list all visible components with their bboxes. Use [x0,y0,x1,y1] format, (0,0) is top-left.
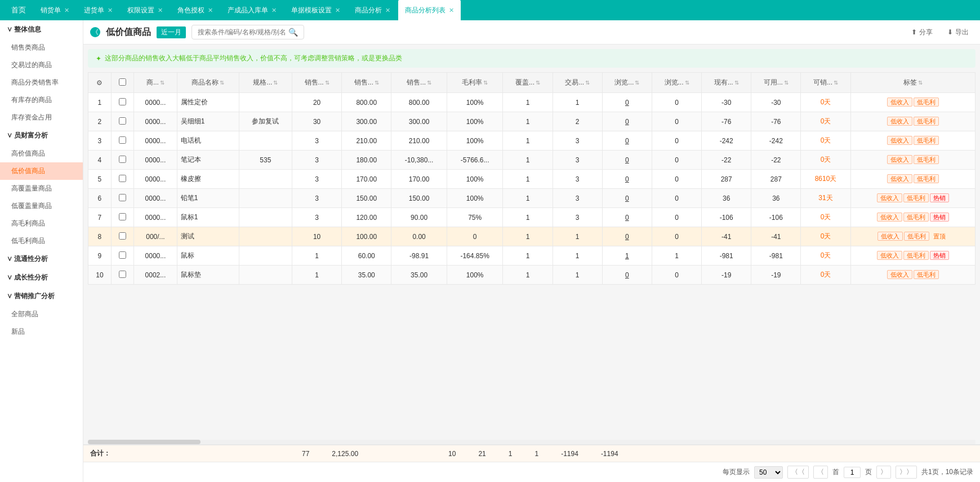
share-button[interactable]: ⬆ 分享 [907,25,937,39]
sidebar-group-growth[interactable]: ∨ 成长性分析 [0,268,83,287]
col-spec[interactable]: 规格...⇅ [239,73,292,93]
cell-views1[interactable]: 0 [602,131,652,151]
nav-permissions[interactable]: 权限设置 ✕ [121,0,170,20]
sidebar-item-stocked-products[interactable]: 有库存的商品 [0,91,83,109]
col-views1[interactable]: 浏览...⇅ [602,73,652,93]
collapse-sidebar-button[interactable]: 《 [90,27,100,37]
cell-checkbox[interactable] [111,170,133,189]
col-transaction[interactable]: 交易...⇅ [553,73,602,93]
per-page-select[interactable]: 50 100 200 [754,466,783,479]
sidebar-item-all-products[interactable]: 全部商品 [0,306,83,323]
col-tags[interactable]: 标签⇅ [850,73,975,93]
col-code[interactable]: 商...⇅ [133,73,177,93]
col-current[interactable]: 现有...⇅ [702,73,751,93]
cell-checkbox[interactable] [111,93,133,112]
cell-checkbox[interactable] [111,189,133,208]
col-qty[interactable]: 销售...⇅ [292,73,342,93]
table-row[interactable]: 1 0000... 属性定价 20 800.00 800.00 100% 1 1… [88,93,975,112]
cell-checkbox[interactable] [111,151,133,170]
col-saleable[interactable]: 可销...⇅ [801,73,850,93]
row-checkbox[interactable] [119,98,126,105]
table-row[interactable]: 3 0000... 电话机 3 210.00 210.00 100% 1 3 0… [88,131,975,151]
sidebar-item-low-margin[interactable]: 低毛利商品 [0,232,83,250]
page-input[interactable] [844,467,861,478]
close-icon[interactable]: ✕ [64,7,69,14]
sidebar-item-category-sales[interactable]: 商品分类销售率 [0,74,83,91]
row-checkbox[interactable] [119,232,126,240]
nav-home[interactable]: 首页 [5,0,33,20]
search-input[interactable] [198,28,285,36]
row-checkbox[interactable] [119,213,126,220]
row-checkbox[interactable] [119,194,126,201]
close-icon[interactable]: ✕ [271,7,277,14]
table-row[interactable]: 2 0000... 吴细细1 参加复试 30 300.00 300.00 100… [88,112,975,131]
sidebar-item-low-value[interactable]: 低价值商品 [0,162,83,180]
scrollbar-thumb[interactable] [88,440,201,444]
sidebar-group-overall[interactable]: ∨ 整体信息 [0,20,83,39]
cell-views1[interactable]: 0 [602,151,652,170]
col-settings[interactable]: ⚙ [88,73,112,93]
cell-checkbox[interactable] [111,227,133,246]
sidebar-item-new-products[interactable]: 新品 [0,323,83,341]
nav-template[interactable]: 单据模板设置 ✕ [284,0,347,20]
row-checkbox[interactable] [119,136,126,144]
sidebar-item-traded-products[interactable]: 交易过的商品 [0,56,83,74]
nav-product-inbound[interactable]: 产成品入库单 ✕ [221,0,283,20]
col-name[interactable]: 商品名称⇅ [177,73,239,93]
col-coverage[interactable]: 覆盖...⇅ [503,73,553,93]
col-views2[interactable]: 浏览...⇅ [652,73,701,93]
close-icon[interactable]: ✕ [208,7,213,14]
first-page-button[interactable]: 〈〈 [787,466,809,479]
period-badge[interactable]: 近一月 [157,26,186,38]
sidebar-item-high-coverage[interactable]: 高覆盖量商品 [0,180,83,197]
nav-product-analysis-list[interactable]: 商品分析列表 ✕ [398,0,461,20]
row-checkbox[interactable] [119,117,126,125]
close-icon[interactable]: ✕ [158,7,163,14]
col-amount[interactable]: 销售...⇅ [342,73,391,93]
close-icon[interactable]: ✕ [335,7,340,14]
cell-checkbox[interactable] [111,246,133,266]
table-row[interactable]: 7 0000... 鼠标1 3 120.00 90.00 75% 1 3 0 0… [88,208,975,227]
cell-views1[interactable]: 1 [602,246,652,266]
sidebar-group-employee-finance[interactable]: ∨ 员财富分析 [0,126,83,145]
sidebar-item-sales-products[interactable]: 销售类商品 [0,39,83,56]
cell-views1[interactable]: 0 [602,208,652,227]
table-container[interactable]: ⚙ 商...⇅ 商品名称⇅ 规格...⇅ 销售...⇅ 销售...⇅ 销售...… [83,72,980,440]
close-icon[interactable]: ✕ [449,7,454,14]
sidebar-item-inventory-capital[interactable]: 库存资金占用 [0,109,83,126]
table-row[interactable]: 6 0000... 铅笔1 3 150.00 150.00 100% 1 3 0… [88,189,975,208]
export-button[interactable]: ⬇ 导出 [943,25,973,39]
col-available[interactable]: 可用...⇅ [751,73,801,93]
nav-product-analysis[interactable]: 商品分析 ✕ [348,0,397,20]
cell-views1[interactable]: 0 [602,266,652,285]
sidebar-group-marketing[interactable]: ∨ 营销推广分析 [0,287,83,306]
cell-checkbox[interactable] [111,266,133,285]
search-icon[interactable]: 🔍 [288,28,298,37]
cell-checkbox[interactable] [111,112,133,131]
row-checkbox[interactable] [119,251,126,259]
cell-checkbox[interactable] [111,208,133,227]
sidebar-item-high-value[interactable]: 高价值商品 [0,145,83,162]
table-row[interactable]: 4 0000... 笔记本 535 3 180.00 -10,380... -5… [88,151,975,170]
close-icon[interactable]: ✕ [385,7,390,14]
cell-views1[interactable]: 0 [602,112,652,131]
close-icon[interactable]: ✕ [108,7,113,14]
last-page-button[interactable]: 〉〉 [896,466,917,479]
horizontal-scrollbar[interactable] [88,440,975,444]
cell-views1[interactable]: 0 [602,189,652,208]
nav-role-auth[interactable]: 角色授权 ✕ [171,0,220,20]
sidebar-group-liquidity[interactable]: ∨ 流通性分析 [0,250,83,268]
cell-checkbox[interactable] [111,131,133,151]
cell-views1[interactable]: 0 [602,227,652,246]
row-checkbox[interactable] [119,175,126,182]
nav-sales[interactable]: 销货单 ✕ [34,0,76,20]
col-margin[interactable]: 毛利率⇅ [447,73,503,93]
next-page-button[interactable]: 〉 [876,466,891,479]
col-avg-price[interactable]: 销售...⇅ [391,73,447,93]
sidebar-item-high-margin[interactable]: 高毛利商品 [0,215,83,232]
col-checkbox[interactable] [111,73,133,93]
select-all-checkbox[interactable] [119,78,126,86]
row-checkbox[interactable] [119,271,126,278]
row-checkbox[interactable] [119,156,126,163]
cell-views1[interactable]: 0 [602,93,652,112]
